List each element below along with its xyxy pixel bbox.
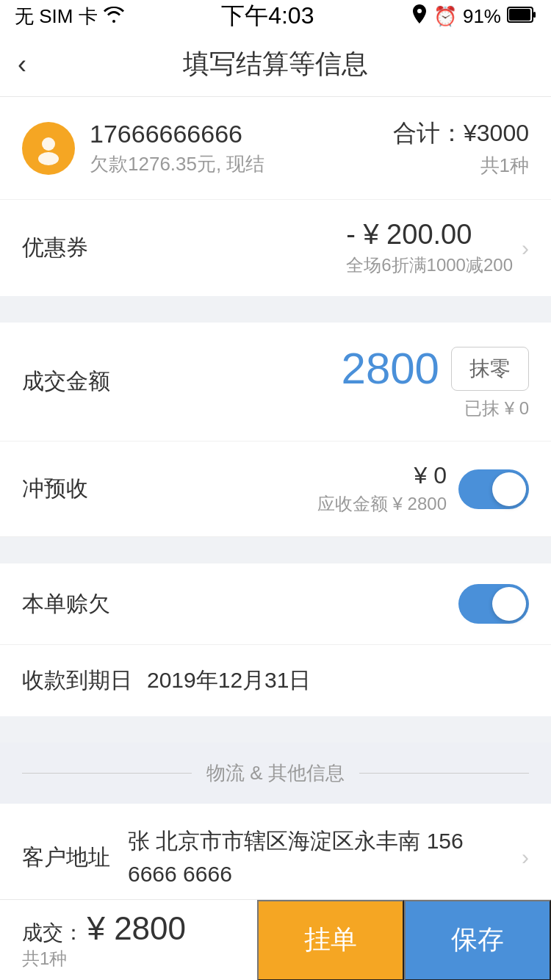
sim-label: 无 SIM 卡 (15, 4, 98, 29)
user-details: 17666666666 欠款1276.35元, 现结 (90, 120, 264, 177)
due-date-row: 收款到期日 2019年12月31日 (0, 645, 551, 716)
address-label: 客户地址 (22, 843, 110, 873)
back-button[interactable]: ‹ (18, 49, 26, 80)
due-date-value: 2019年12月31日 (147, 666, 311, 696)
coupon-row[interactable]: 优惠券 - ¥ 200.00 全场6折满1000减200 › (0, 199, 551, 296)
location-icon (411, 4, 428, 29)
status-right: ⏰ 91% (411, 4, 536, 29)
zero-button[interactable]: 抹零 (451, 347, 529, 391)
prepay-label: 冲预收 (22, 474, 88, 504)
deal-amount-card: 成交金额 2800 抹零 已抹 ¥ 0 冲预收 ¥ 0 应收金额 ¥ 2800 (0, 323, 551, 537)
prepay-right: ¥ 0 应收金额 ¥ 2800 (317, 462, 529, 516)
deal-amount-row: 成交金额 2800 抹零 已抹 ¥ 0 (0, 323, 551, 442)
deal-amount-value: 2800 (342, 343, 439, 394)
prepay-toggle-knob (492, 472, 526, 506)
page-title: 填写结算等信息 (183, 46, 368, 82)
logistics-divider: 物流 & 其他信息 (0, 743, 551, 804)
bottom-deal-label: 成交： (22, 921, 84, 944)
wifi-icon (104, 5, 124, 28)
svg-point-3 (42, 137, 55, 151)
bottom-deal-count: 共1种 (22, 947, 235, 970)
battery-label: 91% (463, 5, 501, 28)
battery-icon (507, 5, 536, 28)
address-chevron-icon: › (522, 845, 529, 870)
coupon-right: - ¥ 200.00 全场6折满1000减200 › (346, 219, 529, 277)
nav-bar: ‹ 填写结算等信息 (0, 32, 551, 97)
pending-button[interactable]: 挂单 (257, 900, 404, 981)
prepay-amount-val: ¥ 0 (317, 462, 447, 489)
address-value: 张 北京市市辖区海淀区永丰南 156 6666 6666 (128, 824, 513, 890)
status-bar: 无 SIM 卡 下午4:03 ⏰ 91% (0, 0, 551, 32)
bad-debt-label: 本单赊欠 (22, 589, 110, 619)
bottom-bar: 成交： ¥ 2800 共1种 挂单 保存 (0, 899, 551, 980)
status-time: 下午4:03 (221, 0, 314, 32)
bad-debt-toggle-knob (492, 587, 526, 621)
prepay-amounts: ¥ 0 应收金额 ¥ 2800 (317, 462, 447, 516)
section-gap-3 (0, 728, 551, 743)
user-left: 17666666666 欠款1276.35元, 现结 (22, 120, 264, 177)
deal-amount-form-right: 2800 抹零 (342, 343, 529, 394)
prepay-toggle[interactable] (458, 469, 529, 509)
logistics-label: 物流 & 其他信息 (206, 760, 345, 786)
avatar (22, 122, 75, 175)
divider-line-left (22, 773, 192, 774)
bad-debt-toggle[interactable] (458, 584, 529, 624)
bad-debt-row: 本单赊欠 (0, 563, 551, 645)
content: 17666666666 欠款1276.35元, 现结 合计：¥3000 共1种 … (0, 97, 551, 980)
deal-amount-sub: 已抹 ¥ 0 (342, 397, 529, 420)
total-count: 共1种 (393, 153, 529, 179)
svg-point-4 (38, 152, 59, 165)
user-sub: 欠款1276.35元, 现结 (90, 151, 264, 177)
user-phone: 17666666666 (90, 120, 264, 148)
section-gap-2 (0, 549, 551, 563)
coupon-chevron-icon: › (522, 236, 529, 261)
user-info-row: 17666666666 欠款1276.35元, 现结 合计：¥3000 共1种 (0, 97, 551, 199)
due-date-label: 收款到期日 (22, 666, 132, 696)
coupon-info: - ¥ 200.00 全场6折满1000减200 (346, 219, 513, 277)
svg-rect-1 (533, 12, 536, 18)
prepay-row: 冲预收 ¥ 0 应收金额 ¥ 2800 (0, 442, 551, 537)
bad-debt-card: 本单赊欠 收款到期日 2019年12月31日 (0, 563, 551, 716)
prepay-amount-sub: 应收金额 ¥ 2800 (317, 492, 447, 516)
user-info-card: 17666666666 欠款1276.35元, 现结 合计：¥3000 共1种 … (0, 97, 551, 296)
save-button[interactable]: 保存 (404, 900, 551, 981)
coupon-discount: - ¥ 200.00 (346, 219, 513, 251)
user-right: 合计：¥3000 共1种 (393, 118, 529, 179)
address-row[interactable]: 客户地址 张 北京市市辖区海淀区永丰南 156 6666 6666 › (0, 804, 551, 912)
total-amount: 合计：¥3000 (393, 118, 529, 150)
bottom-deal-amount: ¥ 2800 (87, 910, 186, 946)
bottom-deal-row: 成交： ¥ 2800 (22, 910, 235, 947)
coupon-desc: 全场6折满1000减200 (346, 253, 513, 277)
bottom-summary: 成交： ¥ 2800 共1种 (0, 910, 257, 970)
svg-rect-2 (509, 9, 530, 21)
section-gap-1 (0, 308, 551, 323)
alarm-icon: ⏰ (433, 5, 457, 28)
deal-amount-label: 成交金额 (22, 367, 110, 397)
status-left: 无 SIM 卡 (15, 4, 124, 29)
deal-amount-right: 2800 抹零 已抹 ¥ 0 (342, 343, 529, 420)
divider-line-right (359, 773, 529, 774)
coupon-label: 优惠券 (22, 233, 88, 263)
